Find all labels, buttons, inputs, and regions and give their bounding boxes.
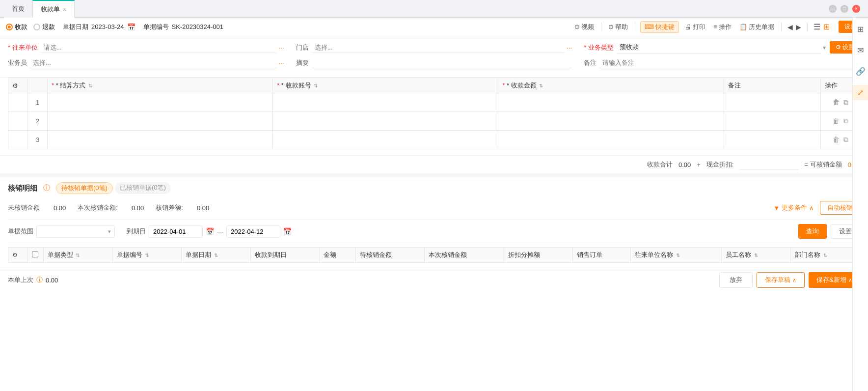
td-gear-1 <box>8 93 28 112</box>
td-amount-3[interactable] <box>498 131 724 149</box>
writeoff-info-icon[interactable]: ⓘ <box>43 184 50 193</box>
remark-input[interactable] <box>599 57 860 68</box>
chevron-up-icon: ∧ <box>809 204 814 212</box>
copy-row-3-icon[interactable]: ⧉ <box>843 136 848 144</box>
td-settlement-1[interactable] <box>48 93 273 112</box>
td-num-3: 3 <box>28 131 48 149</box>
done-tab[interactable]: 已核销单据(0笔) <box>115 182 171 194</box>
remark-field: 备注 <box>584 57 860 68</box>
shortcut-label: 快捷键 <box>655 23 675 31</box>
date-calendar-icon[interactable]: 📅 <box>127 23 136 31</box>
help-button[interactable]: ⊙ 帮助 <box>606 23 630 31</box>
radio-receipt[interactable]: 收款 <box>6 23 27 31</box>
view-toggle: ☰ ⊞ <box>813 22 831 31</box>
range-select[interactable] <box>36 225 115 238</box>
maximize-button[interactable]: □ <box>841 5 848 13</box>
salesperson-more-icon[interactable]: ··· <box>278 59 284 67</box>
shortcut-button[interactable]: ⌨ 快捷键 <box>640 21 679 33</box>
wo-table-header: ⚙ 单据类型 ⇅ 单据编号 ⇅ 单据日期 ⇅ <box>8 248 860 263</box>
next-arrow[interactable]: ▶ <box>795 23 802 31</box>
pending-tab[interactable]: 待核销单据(0笔) <box>56 182 113 194</box>
save-new-label: 保存&新增 <box>816 276 846 284</box>
partner-label: * 往来单位 <box>8 43 38 52</box>
wo-th-this-cancel: 本次核销金额 <box>424 248 504 263</box>
writeoff-section: 核销明细 ⓘ 待核销单据(0笔) 已核销单据(0笔) 未核销金额 0.00 本次… <box>0 177 868 268</box>
partner-input[interactable] <box>41 42 276 53</box>
writeoff-header: 核销明细 ⓘ 待核销单据(0笔) 已核销单据(0笔) <box>8 182 860 194</box>
list-view-icon[interactable]: ☰ <box>813 22 821 31</box>
td-settlement-2[interactable] <box>48 112 273 131</box>
delete-row-1-icon[interactable]: 🗑 <box>833 98 840 107</box>
radio-receipt-label: 收款 <box>15 23 27 31</box>
divider2 <box>635 23 635 31</box>
date-label: 单据日期 <box>63 23 88 31</box>
delete-row-3-icon[interactable]: 🗑 <box>833 136 840 144</box>
table-section: ⚙ * * 结算方式 ⇅ * * 收款账号 ⇅ * * 收款金额 <box>0 78 868 155</box>
sidebar-expand-icon[interactable]: ⤢ <box>853 85 868 100</box>
print-label: 打印 <box>693 23 705 31</box>
select-all-checkbox[interactable] <box>32 251 38 257</box>
store-more-icon[interactable]: ··· <box>567 44 572 52</box>
discount-input[interactable] <box>739 160 798 169</box>
tab-close-icon[interactable]: × <box>63 6 66 13</box>
query-button[interactable]: 查询 <box>798 224 827 239</box>
tab-home[interactable]: 首页 <box>4 0 32 18</box>
td-account-2[interactable] <box>273 112 498 131</box>
sidebar-table-icon[interactable]: ⊞ <box>857 22 864 37</box>
print-button[interactable]: 🖨 打印 <box>683 23 707 31</box>
td-amount-2[interactable] <box>498 112 724 131</box>
date-end-input[interactable] <box>226 225 280 238</box>
radio-refund[interactable]: 退款 <box>33 23 55 31</box>
video-button[interactable]: ⊙ 视频 <box>572 23 596 31</box>
divider4 <box>807 23 808 31</box>
shortcut-icon: ⌨ <box>645 23 654 30</box>
date-start-calendar-icon[interactable]: 📅 <box>206 227 214 235</box>
wo-th-pending: 待核销金额 <box>355 248 424 263</box>
td-remark-3[interactable] <box>724 131 820 149</box>
close-button[interactable]: × <box>852 5 860 13</box>
date-end-calendar-icon[interactable]: 📅 <box>283 227 292 235</box>
tab-receipt[interactable]: 收款单 × <box>32 0 75 18</box>
partner-field: * 往来单位 ··· <box>8 42 284 53</box>
tab-home-label: 首页 <box>12 4 25 13</box>
discard-button[interactable]: 放弃 <box>719 272 753 288</box>
wo-th-partner: 往来单位名称 ⇅ <box>631 248 722 263</box>
td-amount-1[interactable] <box>498 93 724 112</box>
store-input[interactable] <box>312 42 565 53</box>
sidebar-mail-icon[interactable]: ✉ <box>857 43 864 58</box>
sidebar-attach-icon[interactable]: 🔗 <box>856 64 866 79</box>
help-icon: ⊙ <box>608 23 614 30</box>
minimize-button[interactable]: — <box>829 5 837 13</box>
section-divider <box>0 173 868 177</box>
td-remark-2[interactable] <box>724 112 820 131</box>
toolbar: 收款 退款 单据日期 2023-03-24 📅 单据编号 SK-20230324… <box>0 18 868 36</box>
this-cancel-label: 本次核销金额: <box>78 203 118 212</box>
wo-th-gear[interactable]: ⚙ <box>8 248 28 263</box>
due-date-label: 到期日 <box>127 227 146 236</box>
td-account-3[interactable] <box>273 131 498 149</box>
td-settlement-3[interactable] <box>48 131 273 149</box>
business-type-dropdown-icon[interactable]: ▾ <box>823 44 826 51</box>
td-account-1[interactable] <box>273 93 498 112</box>
print-icon: 🖨 <box>685 23 691 30</box>
number-field: 单据编号 SK-20230324-001 <box>143 23 224 31</box>
copy-row-1-icon[interactable]: ⧉ <box>843 98 848 107</box>
history-button[interactable]: 📋 历史单据 <box>737 23 776 31</box>
copy-row-2-icon[interactable]: ⧉ <box>843 117 848 125</box>
result-label: = 可核销金额 <box>804 160 841 169</box>
prev-arrow[interactable]: ◀ <box>787 23 794 31</box>
save-new-arrow-icon: ∧ <box>848 277 852 283</box>
td-remark-1[interactable] <box>724 93 820 112</box>
partner-more-icon[interactable]: ··· <box>278 44 284 52</box>
summary-input[interactable] <box>312 57 572 68</box>
date-start-input[interactable] <box>149 225 203 238</box>
business-type-field: * 业务类型 预收款 ▾ ⚙ 设置 <box>584 41 860 54</box>
grid-view-icon[interactable]: ⊞ <box>822 22 831 31</box>
more-conditions-btn[interactable]: ▼ 更多条件 ∧ <box>773 203 814 212</box>
operation-button[interactable]: ≡ 操作 <box>711 23 733 31</box>
form-section: * 往来单位 ··· 门店 ··· * 业务类型 预收款 ▾ ⚙ 设置 业务员 <box>0 36 868 78</box>
save-draft-button[interactable]: 保存草稿 ∧ <box>757 272 805 288</box>
delete-row-2-icon[interactable]: 🗑 <box>833 117 840 125</box>
salesperson-input[interactable] <box>30 57 276 68</box>
th-gear[interactable]: ⚙ <box>8 78 28 93</box>
